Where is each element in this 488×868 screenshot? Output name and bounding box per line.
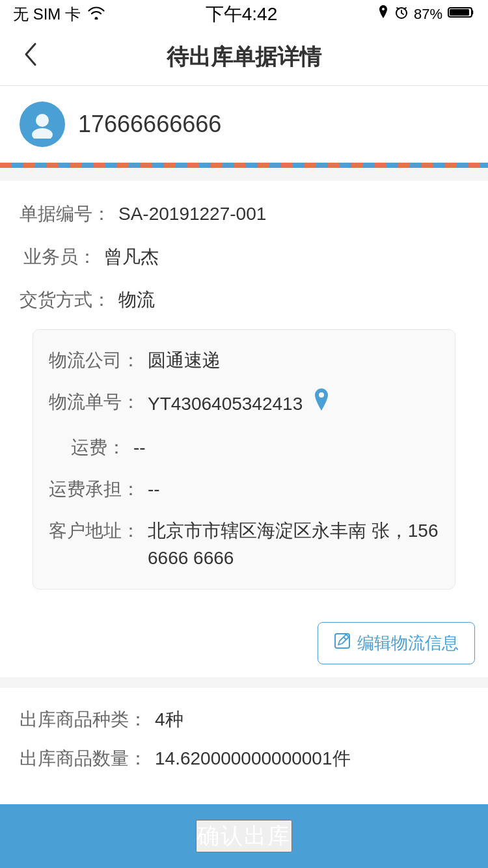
edit-icon: [334, 632, 351, 654]
tracking-location-icon[interactable]: [312, 388, 331, 420]
user-phone: 17666666666: [78, 111, 221, 138]
status-time: 下午4:42: [206, 2, 278, 27]
back-button[interactable]: [16, 34, 44, 79]
svg-rect-2: [450, 9, 469, 16]
status-left: 无 SIM 卡: [13, 4, 105, 25]
status-bar: 无 SIM 卡 下午4:42 87%: [0, 0, 488, 29]
goods-qty-row: 出库商品数量： 14.620000000000001件: [20, 746, 468, 771]
nav-bar: 待出库单据详情: [0, 29, 488, 86]
location-status-icon: [377, 5, 389, 23]
address-row: 客户地址： 北京市市辖区海淀区永丰南 张，156 6666 6666: [49, 517, 439, 572]
edit-action-row: 编辑物流信息: [0, 609, 488, 677]
carrier-label: 无 SIM 卡: [13, 4, 81, 25]
avatar: [20, 102, 65, 147]
agent-label: 业务员：: [20, 243, 104, 271]
alarm-status-icon: [394, 5, 409, 23]
goods-qty-label: 出库商品数量：: [20, 746, 155, 771]
logistics-card: 物流公司： 圆通速递 物流单号： YT4306405342413 运费： --: [33, 329, 455, 590]
goods-type-row: 出库商品种类： 4种: [20, 707, 468, 732]
section-divider-1: [0, 677, 488, 688]
agent-row: 业务员： 曾凡杰: [20, 243, 468, 271]
delivery-value: 物流: [118, 286, 468, 314]
confirm-bar: 确认出库: [0, 804, 488, 868]
doc-number-row: 单据编号： SA-20191227-001: [20, 200, 468, 228]
page-title: 待出库单据详情: [167, 42, 321, 72]
battery-label: 87%: [414, 6, 442, 23]
edit-logistics-label: 编辑物流信息: [357, 632, 459, 655]
wifi-icon: [87, 5, 105, 23]
doc-number-label: 单据编号：: [20, 200, 118, 228]
logistics-company-value: 圆通速递: [148, 347, 439, 374]
dashed-divider: [0, 163, 488, 168]
freight-bear-value: --: [148, 476, 439, 503]
delivery-row: 交货方式： 物流: [20, 286, 468, 314]
freight-bear-label: 运费承担：: [49, 476, 148, 503]
freight-label: 运费：: [49, 434, 133, 461]
freight-row: 运费： --: [49, 434, 439, 461]
delivery-label: 交货方式：: [20, 286, 118, 314]
goods-type-value: 4种: [155, 707, 468, 732]
status-right: 87%: [377, 5, 475, 23]
confirm-button[interactable]: 确认出库: [196, 820, 292, 852]
logistics-company-label: 物流公司：: [49, 347, 148, 374]
tracking-row: 物流单号： YT4306405342413: [49, 388, 439, 420]
freight-bear-row: 运费承担： --: [49, 476, 439, 503]
doc-number-value: SA-20191227-001: [118, 200, 468, 228]
agent-value: 曾凡杰: [104, 243, 468, 271]
goods-section: 出库商品种类： 4种 出库商品数量： 14.620000000000001件: [0, 688, 488, 798]
svg-point-4: [32, 128, 53, 139]
freight-value: --: [133, 434, 439, 461]
battery-icon: [448, 5, 475, 23]
user-section: 17666666666: [0, 86, 488, 163]
tracking-number: YT4306405342413: [148, 390, 303, 418]
goods-qty-value: 14.620000000000001件: [155, 746, 468, 771]
goods-type-label: 出库商品种类：: [20, 707, 155, 732]
edit-logistics-button[interactable]: 编辑物流信息: [318, 622, 475, 664]
address-value: 北京市市辖区海淀区永丰南 张，156 6666 6666: [148, 517, 439, 572]
logistics-company-row: 物流公司： 圆通速递: [49, 347, 439, 374]
svg-point-3: [36, 114, 49, 127]
tracking-label: 物流单号：: [49, 388, 148, 416]
document-info-section: 单据编号： SA-20191227-001 业务员： 曾凡杰 交货方式： 物流 …: [0, 181, 488, 609]
address-label: 客户地址：: [49, 517, 148, 545]
tracking-value-row: YT4306405342413: [148, 388, 439, 420]
